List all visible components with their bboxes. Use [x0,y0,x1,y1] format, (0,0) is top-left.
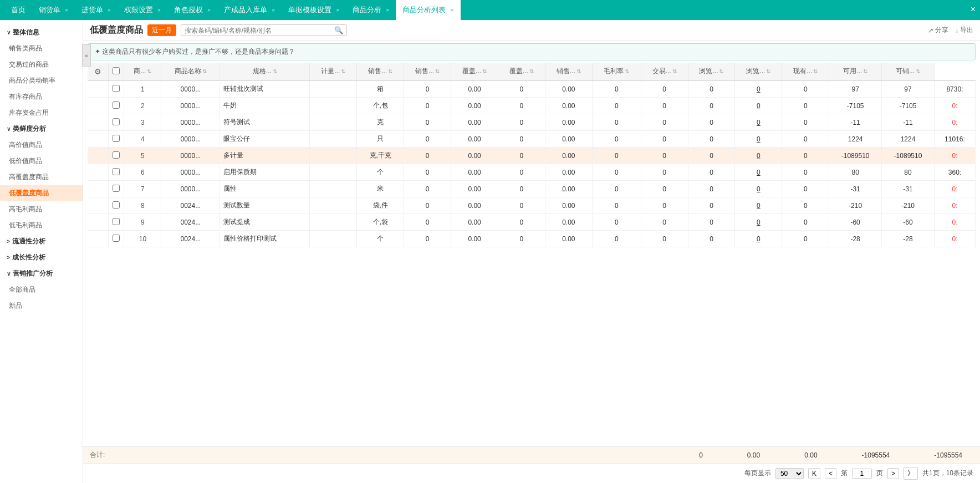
sidebar-item-stock-capital[interactable]: 库存资金占用 [0,105,83,121]
row-checkbox[interactable] [113,218,120,225]
sidebar-item-low-profit[interactable]: 低毛利商品 [0,217,83,233]
col-gross-rate[interactable]: 毛利率⇅ [592,63,641,80]
export-button[interactable]: ↓ 导出 [955,26,973,35]
cell-code: 0000... [161,98,220,114]
row-checkbox[interactable] [113,135,120,142]
nav-tab-purchase[interactable]: 进货单 × [75,0,118,20]
footer-values: 0 0.00 0.00 -1095554 -1095554 [111,451,973,459]
row-checkbox[interactable] [113,185,120,192]
close-purchase-tab-icon[interactable]: × [108,7,111,13]
sidebar-collapse-button[interactable]: « [82,44,91,67]
col-trade[interactable]: 交易...⇅ [641,63,688,80]
cell-gross-rate: 0 [641,114,688,131]
nav-tab-product-analysis[interactable]: 商品分析 × [346,0,396,20]
close-analysis-tab-icon[interactable]: × [386,7,389,13]
select-all-checkbox[interactable] [113,67,120,74]
row-checkbox[interactable] [113,85,120,92]
nav-tab-role-auth[interactable]: 角色授权 × [167,0,217,20]
sidebar-item-traded-goods[interactable]: 交易过的商品 [0,57,83,73]
sidebar-item-new-goods[interactable]: 新品 [0,298,83,314]
row-checkbox[interactable] [113,151,120,159]
table-settings-icon[interactable]: ⚙ [94,67,101,76]
col-name[interactable]: 商品名称⇅ [161,63,220,80]
cell-browse1[interactable]: 0 [735,98,782,114]
cell-checkbox [109,148,124,164]
close-sales-tab-icon[interactable]: × [65,7,68,13]
col-available[interactable]: 可用...⇅ [829,63,882,80]
close-product-tab-icon[interactable]: × [272,7,275,13]
sidebar-group-overall[interactable]: ∨ 整体信息 [0,24,83,40]
share-button[interactable]: ↗ 分享 [928,26,948,35]
col-code[interactable]: 商...⇅ [124,63,161,80]
cell-browse1[interactable]: 0 [735,197,782,214]
row-checkbox[interactable] [113,235,120,242]
cell-settings [88,98,109,114]
sidebar-item-sales-goods[interactable]: 销售类商品 [0,40,83,57]
close-all-tabs-button[interactable]: × [971,4,976,14]
col-spec[interactable]: 规格...⇅ [220,63,310,80]
row-checkbox[interactable] [113,101,120,109]
close-list-tab-icon[interactable]: × [450,7,453,13]
nav-tab-sales[interactable]: 销货单 × [32,0,75,20]
col-browse2[interactable]: 浏览...⇅ [735,63,782,80]
col-coverage1[interactable]: 覆盖...⇅ [451,63,498,80]
first-page-button[interactable]: K [808,468,820,479]
per-page-select[interactable]: 50 20 100 [775,468,804,479]
sidebar-item-high-value[interactable]: 高价值商品 [0,137,83,153]
close-role-tab-icon[interactable]: × [207,7,211,13]
cell-browse1[interactable]: 0 [735,80,782,98]
col-sales-qty[interactable]: 销售...⇅ [357,63,404,80]
nav-tab-auth-settings[interactable]: 权限设置 × [118,0,167,20]
nav-tab-template-settings[interactable]: 单据模板设置 × [282,0,346,20]
cell-browse2: 0 [782,114,829,131]
page-number-input[interactable] [852,469,872,479]
cell-browse1[interactable]: 0 [735,148,782,164]
nav-tab-product-instock[interactable]: 产成品入库单 × [217,0,282,20]
nav-tab-product-analysis-list[interactable]: 商品分析列表 × [396,0,460,20]
col-unit[interactable]: 计量...⇅ [310,63,357,80]
share-icon: ↗ [928,27,933,34]
sidebar-item-high-coverage[interactable]: 高覆盖度商品 [0,169,83,185]
close-template-tab-icon[interactable]: × [336,7,339,13]
sidebar-item-has-stock[interactable]: 有库存商品 [0,89,83,105]
close-auth-tab-icon[interactable]: × [157,7,161,13]
cell-browse1[interactable]: 0 [735,131,782,148]
row-checkbox[interactable] [113,168,120,175]
sidebar-item-all-goods[interactable]: 全部商品 [0,282,83,298]
cell-unit: 米 [357,181,404,197]
sidebar-group-circulation[interactable]: > 流通性分析 [0,233,83,250]
sidebar-item-low-value[interactable]: 低价值商品 [0,153,83,169]
cell-current-stock: -31 [829,181,882,197]
period-button[interactable]: 近一月 [147,24,176,36]
cell-checkbox [109,80,124,98]
next-page-button[interactable]: > [887,468,899,479]
cell-browse1[interactable]: 0 [735,181,782,197]
sidebar-item-high-profit[interactable]: 高毛利商品 [0,201,83,217]
sidebar-group-marketing[interactable]: ∨ 营销推广分析 [0,266,83,282]
cell-trade: 0 [688,148,735,164]
row-checkbox[interactable] [113,118,120,125]
cell-coverage2: 0.00 [545,148,592,164]
col-browse1[interactable]: 浏览...⇅ [688,63,735,80]
row-checkbox[interactable] [113,201,120,209]
cell-sales-qty: 0 [404,98,451,114]
col-sales-amt[interactable]: 销售...⇅ [404,63,451,80]
sidebar-item-category-rate[interactable]: 商品分类动销率 [0,73,83,89]
col-sales3[interactable]: 销售...⇅ [545,63,592,80]
cell-browse1[interactable]: 0 [735,231,782,247]
cell-browse1[interactable]: 0 [735,214,782,231]
col-coverage2[interactable]: 覆盖...⇅ [498,63,545,80]
cell-browse1[interactable]: 0 [735,164,782,181]
col-current-stock[interactable]: 现有...⇅ [782,63,829,80]
cell-browse1[interactable]: 0 [735,114,782,131]
sidebar-group-growth[interactable]: > 成长性分析 [0,250,83,266]
cell-spec [310,214,357,231]
last-page-button[interactable]: 》 [904,467,918,480]
prev-page-button[interactable]: < [825,468,836,479]
col-sellable[interactable]: 可销...⇅ [882,63,935,80]
search-input[interactable] [185,27,334,34]
cell-checkbox [109,114,124,131]
sidebar-item-low-coverage[interactable]: 低覆盖度商品 [0,185,83,201]
nav-tab-home[interactable]: 首页 [4,0,32,20]
sidebar-group-freshness[interactable]: ∨ 类鲜度分析 [0,121,83,137]
